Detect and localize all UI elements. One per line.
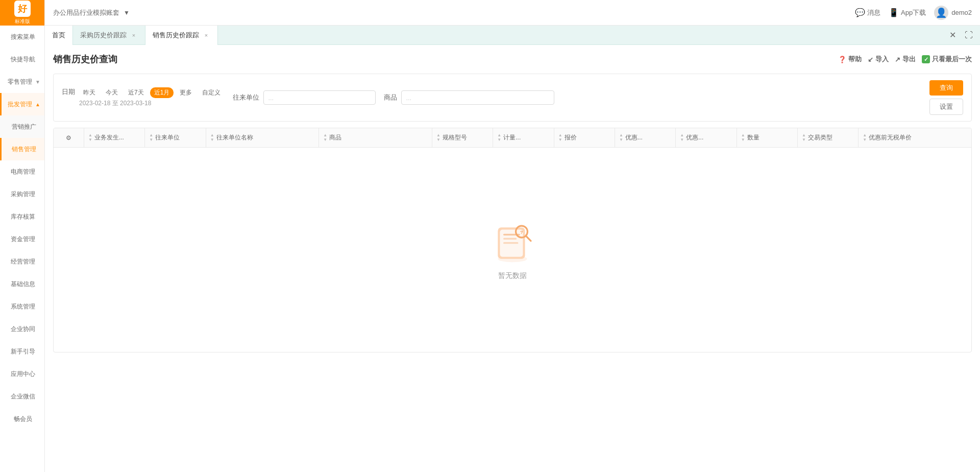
date-btn-1month[interactable]: 近1月 bbox=[150, 87, 174, 98]
th-discount2[interactable]: ▲ ▼ 优惠... bbox=[676, 128, 737, 147]
partner-filter-label: 往来单位 bbox=[233, 93, 259, 102]
user-profile-btn[interactable]: 👤 demo2 bbox=[934, 6, 972, 20]
app-logo[interactable]: 好 标准版 bbox=[0, 0, 44, 26]
date-btn-today[interactable]: 今天 bbox=[102, 87, 122, 98]
topbar-title: 办公用品行业模拟账套 bbox=[53, 8, 119, 17]
th-pretax-price[interactable]: ▲ ▼ 优惠前无税单价 bbox=[859, 128, 971, 147]
partner-input[interactable]: ... bbox=[263, 90, 376, 105]
app-download-btn[interactable]: 📱 App下载 bbox=[889, 8, 926, 17]
sidebar-item-shortcut[interactable]: 快捷导航 bbox=[0, 48, 44, 70]
th-partner-name[interactable]: ▲ ▼ 往来单位名称 bbox=[206, 128, 320, 147]
sidebar-item-enterprise[interactable]: 企业协同 bbox=[0, 318, 44, 340]
app-download-icon: 📱 bbox=[889, 8, 899, 17]
tab-purchase-history[interactable]: 采购历史价跟踪 × bbox=[73, 26, 145, 45]
sidebar-item-ecommerce[interactable]: 电商管理 bbox=[0, 160, 44, 183]
date-btn-yesterday[interactable]: 昨天 bbox=[79, 87, 100, 98]
svg-rect-5 bbox=[503, 242, 518, 244]
user-name: demo2 bbox=[951, 9, 972, 16]
date-btn-7days[interactable]: 近7天 bbox=[124, 87, 148, 98]
th-goods[interactable]: ▲ ▼ 商品 bbox=[319, 128, 432, 147]
data-table: ⚙ ▲ ▼ 业务发生... ▲ ▼ 往来单位 bbox=[53, 128, 972, 352]
table-header: ⚙ ▲ ▼ 业务发生... ▲ ▼ 往来单位 bbox=[54, 128, 971, 148]
message-btn[interactable]: 💬 消息 bbox=[855, 8, 880, 17]
svg-text:?: ? bbox=[520, 229, 523, 235]
table-empty-state: ? 暂无数据 bbox=[54, 148, 971, 352]
settings-button[interactable]: 设置 bbox=[929, 99, 963, 115]
import-btn[interactable]: ↙ 导入 bbox=[868, 55, 889, 64]
sidebar-item-system[interactable]: 系统管理 bbox=[0, 295, 44, 318]
filter-bar: 日期 昨天 今天 近7天 近1月 更多 自定义 2023-02-18 至 202… bbox=[53, 74, 972, 122]
th-trade-type[interactable]: ▲ ▼ 交易类型 bbox=[798, 128, 859, 147]
topbar-dropdown[interactable]: ▼ bbox=[124, 9, 130, 16]
date-filter: 日期 昨天 今天 近7天 近1月 更多 自定义 2023-02-18 至 202… bbox=[62, 87, 225, 108]
retail-arrow-icon: ▼ bbox=[35, 79, 40, 85]
sidebar-item-marketing[interactable]: 营销推广 bbox=[0, 115, 44, 138]
tab-sales-history[interactable]: 销售历史价跟踪 × bbox=[145, 26, 218, 45]
topbar: 办公用品行业模拟账套 ▼ 💬 消息 📱 App下载 👤 demo2 bbox=[45, 0, 980, 26]
empty-illustration: ? bbox=[487, 219, 538, 265]
sidebar-item-operations[interactable]: 经营管理 bbox=[0, 250, 44, 273]
sidebar-item-guide[interactable]: 新手引导 bbox=[0, 340, 44, 363]
sidebar-item-finance[interactable]: 资金管理 bbox=[0, 228, 44, 250]
tab-home[interactable]: 首页 bbox=[45, 26, 73, 45]
sidebar-item-search[interactable]: 搜索菜单 bbox=[0, 26, 44, 48]
main-area: 办公用品行业模拟账套 ▼ 💬 消息 📱 App下载 👤 demo2 首页 bbox=[45, 0, 980, 472]
page-content: 销售历史价查询 ❓ 帮助 ↙ 导入 ↗ 导出 ✓ 只看最后一次 bbox=[45, 45, 980, 472]
sidebar-item-wechat[interactable]: 企业微信 bbox=[0, 385, 44, 408]
sidebar-item-inventory[interactable]: 库存核算 bbox=[0, 205, 44, 228]
export-icon: ↗ bbox=[895, 56, 900, 63]
wholesale-arrow-icon: ▲ bbox=[35, 102, 40, 107]
date-filter-label: 日期 bbox=[62, 87, 75, 97]
sidebar-item-basic-info[interactable]: 基础信息 bbox=[0, 273, 44, 295]
svg-rect-4 bbox=[503, 238, 517, 240]
sidebar-item-retail[interactable]: 零售管理 ▼ bbox=[0, 70, 44, 93]
sidebar-item-sales-mgmt[interactable]: 销售管理 bbox=[0, 138, 44, 160]
tab-maximize-btn[interactable]: ⛶ bbox=[962, 28, 976, 42]
th-partner-code[interactable]: ▲ ▼ 往来单位 bbox=[145, 128, 206, 147]
help-btn[interactable]: ❓ 帮助 bbox=[838, 55, 862, 64]
page-title: 销售历史价查询 bbox=[53, 53, 117, 65]
th-spec[interactable]: ▲ ▼ 规格型号 bbox=[432, 128, 493, 147]
message-icon: 💬 bbox=[855, 8, 865, 17]
gear-icon: ⚙ bbox=[66, 134, 71, 141]
th-discount1[interactable]: ▲ ▼ 优惠... bbox=[615, 128, 676, 147]
only-last-checkbox[interactable]: ✓ bbox=[922, 55, 930, 63]
tab-sales-history-close[interactable]: × bbox=[202, 31, 210, 39]
th-unit[interactable]: ▲ ▼ 计量... bbox=[493, 128, 554, 147]
partner-filter: 往来单位 ... bbox=[233, 90, 376, 105]
sidebar: 好 标准版 搜索菜单 快捷导航 零售管理 ▼ 批发管理 ▲ 营销推广 销售管理 … bbox=[0, 0, 45, 472]
date-btn-custom[interactable]: 自定义 bbox=[198, 87, 225, 98]
page-title-row: 销售历史价查询 ❓ 帮助 ↙ 导入 ↗ 导出 ✓ 只看最后一次 bbox=[53, 53, 972, 65]
date-buttons: 昨天 今天 近7天 近1月 更多 自定义 bbox=[79, 87, 225, 98]
goods-input[interactable]: ... bbox=[401, 90, 554, 105]
import-icon: ↙ bbox=[868, 56, 873, 63]
help-icon: ❓ bbox=[838, 56, 846, 63]
sidebar-item-member[interactable]: 畅会员 bbox=[0, 408, 44, 430]
date-btn-more[interactable]: 更多 bbox=[176, 87, 196, 98]
export-btn[interactable]: ↗ 导出 bbox=[895, 55, 916, 64]
tab-close-window-btn[interactable]: ✕ bbox=[945, 28, 960, 42]
only-last-btn[interactable]: ✓ 只看最后一次 bbox=[922, 55, 972, 64]
date-range: 2023-02-18 至 2023-03-18 bbox=[79, 99, 225, 108]
tabbar: 首页 采购历史价跟踪 × 销售历史价跟踪 × ✕ ⛶ bbox=[45, 26, 980, 45]
goods-filter: 商品 ... bbox=[384, 90, 554, 105]
user-avatar: 👤 bbox=[934, 6, 948, 20]
empty-text: 暂无数据 bbox=[498, 271, 527, 280]
sidebar-item-wholesale[interactable]: 批发管理 ▲ bbox=[0, 93, 44, 115]
query-button[interactable]: 查询 bbox=[929, 80, 963, 96]
th-quantity[interactable]: ▲ ▼ 数量 bbox=[737, 128, 798, 147]
th-gear[interactable]: ⚙ bbox=[54, 128, 84, 147]
logo-icon: 好 bbox=[14, 1, 31, 17]
sidebar-item-purchase[interactable]: 采购管理 bbox=[0, 183, 44, 205]
tab-purchase-history-close[interactable]: × bbox=[130, 31, 138, 39]
logo-text: 标准版 bbox=[15, 18, 30, 25]
sidebar-item-app-center[interactable]: 应用中心 bbox=[0, 363, 44, 385]
goods-filter-label: 商品 bbox=[384, 93, 397, 102]
th-biz-date[interactable]: ▲ ▼ 业务发生... bbox=[84, 128, 145, 147]
th-quote[interactable]: ▲ ▼ 报价 bbox=[554, 128, 615, 147]
svg-line-7 bbox=[526, 236, 531, 241]
